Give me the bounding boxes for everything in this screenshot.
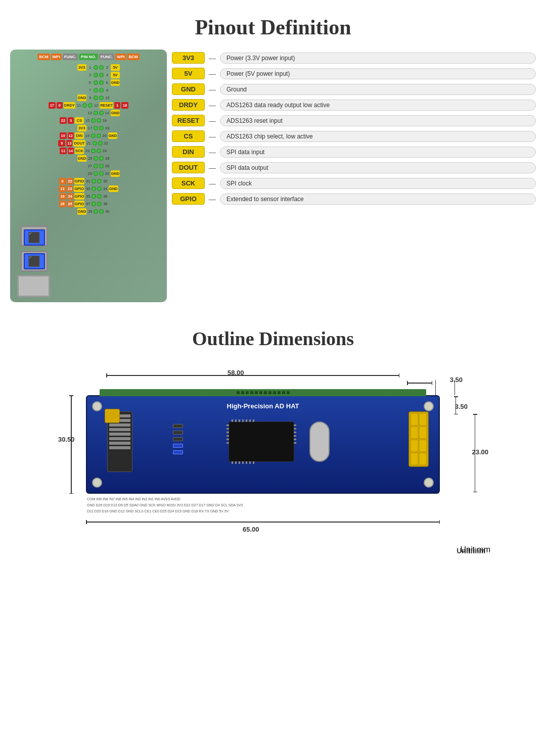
pin-row-23-24: 11 14 SCK 23 24 <box>10 147 167 154</box>
usb-port-2: ⬛ <box>20 225 48 247</box>
legend-arrow-sck: — <box>209 179 216 187</box>
pin-row-37-38: 26 25 GPIO 37 38 <box>10 200 167 207</box>
section-title-dimensions: Outline Dimensions <box>0 312 546 360</box>
pin-row-17-18: 3V3 17 18 <box>10 124 167 131</box>
dim-label-3v5-top: 3.50 <box>450 376 463 384</box>
right-labels: AIN GND VCC <box>465 410 469 437</box>
bottom-labels-row3: D21 D20 D16 GND D12 GND SCL0 CE1 CE0 D25… <box>87 509 229 513</box>
legend-badge-din: DIN <box>172 146 205 158</box>
pin-table: 3V3 1 2 5V 3 4 5V <box>10 64 167 215</box>
legend-badge-drdy: DRDY <box>172 99 205 111</box>
pin-row-15-16: 22 3 CS 15 16 <box>10 117 167 124</box>
pin-row-31-32: 6 22 GPIO 31 32 <box>10 177 167 184</box>
header-func-right: FUNC. <box>99 54 114 60</box>
ethernet-port <box>17 275 50 297</box>
legend-desc-3v3: Power (3.3V power input) <box>220 53 536 64</box>
pi-diagram: ⬛ ⬛ BCM WPI FUNC. PIN NO. FUNC. WPI BCM <box>10 50 167 302</box>
ic-pins-bottom <box>232 461 254 464</box>
legend-badge-gpio: GPIO <box>172 193 205 205</box>
legend-row-reset: RESET — ADS1263 reset input <box>172 115 536 126</box>
dim-label-3v5-right: 3.50 <box>455 403 468 410</box>
mount-hole-br <box>424 478 434 488</box>
legend-badge-5v: 5V <box>172 68 205 79</box>
terminal-holes <box>237 391 290 394</box>
legend-badge-sck: SCK <box>172 177 205 189</box>
legend-row-5v: 5V — Power (5V power input) <box>172 68 536 79</box>
mount-hole-tr <box>424 401 434 411</box>
legend-row-sck: SCK — SPI clock <box>172 177 536 189</box>
dim-line-65 <box>86 522 440 523</box>
board-diagram: 58.00 3.50 3.50 <box>56 365 490 557</box>
unit-label: Unit:mm <box>460 545 490 554</box>
dim-line-3v5-h <box>435 380 436 395</box>
pin-row-19-20: 10 12 DIN 19 20 GND <box>10 132 167 139</box>
dim-line-58 <box>106 375 399 376</box>
pinout-section: ⬛ ⬛ BCM WPI FUNC. PIN NO. FUNC. WPI BCM <box>0 50 546 312</box>
mount-hole-tl <box>92 401 102 411</box>
legend-row-dout: DOUT — SPI data output <box>172 162 536 173</box>
mount-hole-bl <box>92 478 102 488</box>
pin-header-strip: BCM WPI FUNC. PIN NO. FUNC. WPI BCM <box>10 54 167 60</box>
legend-desc-gnd: Ground <box>220 84 536 95</box>
yellow-component <box>105 409 120 423</box>
dim-line-height <box>71 395 72 494</box>
legend-row-gpio: GPIO — Extended to sensor interface <box>172 193 536 205</box>
pin-row-29-30: 29 30 GND <box>10 170 167 177</box>
ic-pins-left <box>226 424 229 444</box>
legend-row-drdy: DRDY — ADS1263 data ready output low act… <box>172 99 536 111</box>
pin-row-9-10: GND 9 10 <box>10 94 167 101</box>
legend-arrow-din: — <box>209 148 216 156</box>
legend-badge-dout: DOUT <box>172 162 205 173</box>
legend-arrow-drdy: — <box>209 101 216 109</box>
dim-line-3v5-w <box>407 383 432 384</box>
legend-arrow-cs: — <box>209 132 216 140</box>
header-wpi-right: WPI <box>115 54 126 60</box>
legend-row-din: DIN — SPI data input <box>172 146 536 158</box>
pcb-board: High-Precision AD HAT <box>86 395 440 494</box>
legend-arrow-3v3: — <box>209 54 216 62</box>
crystal <box>309 421 330 462</box>
dimensions-section: 58.00 3.50 3.50 <box>0 360 546 575</box>
pin-row-3-4: 3 4 5V <box>10 71 167 78</box>
pin-row-27-28: 27 28 <box>10 162 167 169</box>
dim-label-58: 58.00 <box>228 369 244 376</box>
legend-desc-drdy: ADS1263 data ready output low active <box>220 100 536 111</box>
right-pads <box>408 411 429 467</box>
legend-row-gnd: GND — Ground <box>172 83 536 95</box>
dim-label-height: 30.50 <box>58 436 75 443</box>
legend-arrow-gnd: — <box>209 85 216 93</box>
legend-desc-cs: ADS1263 chip select, low active <box>220 131 536 142</box>
pin-row-21-22: 9 13 DOUT 21 22 <box>10 139 167 147</box>
legend-arrow-dout: — <box>209 164 216 172</box>
legend-arrow-reset: — <box>209 117 216 125</box>
pin-row-7-8: 7 8 <box>10 86 167 93</box>
dim-label-65: 65.00 <box>243 526 259 533</box>
pin-row-1-2: 3V3 1 2 5V <box>10 64 167 71</box>
ic-pins-right <box>294 424 296 444</box>
legend-desc-reset: ADS1263 reset input <box>220 115 536 126</box>
ic-pins-top <box>232 419 254 422</box>
header-bcm-right: BCM <box>127 54 139 60</box>
pin-row-5-6: 5 6 GND <box>10 79 167 86</box>
usb-port-1: ⬛ <box>20 251 48 272</box>
legend-desc-sck: SPI clock <box>220 178 536 189</box>
legend-desc-dout: SPI data output <box>220 162 536 173</box>
connector-strip-top <box>100 389 426 396</box>
bottom-labels-row2: GND D26 D19 D13 D6 D5 SDA0 GND SCK MISO … <box>87 503 243 507</box>
header-pin-no: PIN NO. <box>79 54 98 60</box>
legend-desc-gpio: Extended to sensor interface <box>220 194 536 205</box>
pin-row-11-12: 17 0 DRDY 11 12 RESET 1 18 <box>10 102 167 109</box>
legend-row-3v3: 3V3 — Power (3.3V power input) <box>172 52 536 64</box>
legend-badge-reset: RESET <box>172 115 205 126</box>
legend-desc-din: SPI data input <box>220 147 536 158</box>
legend-badge-cs: CS <box>172 130 205 142</box>
passive-components <box>173 424 183 454</box>
legend-badge-gnd: GND <box>172 83 205 95</box>
bottom-labels-row1: COM IN9 IN8 IN7 IN6 IN5 IN4 IN3 IN2 IN1 … <box>87 497 180 501</box>
legend-arrow-gpio: — <box>209 195 216 203</box>
pin-row-39-40: GND 39 40 <box>10 208 167 215</box>
pin-row-25-26: GND 25 26 <box>10 155 167 162</box>
legend-row-cs: CS — ADS1263 chip select, low active <box>172 130 536 142</box>
dim-label-23: 23.00 <box>472 448 488 456</box>
legend-desc-5v: Power (5V power input) <box>220 68 536 79</box>
